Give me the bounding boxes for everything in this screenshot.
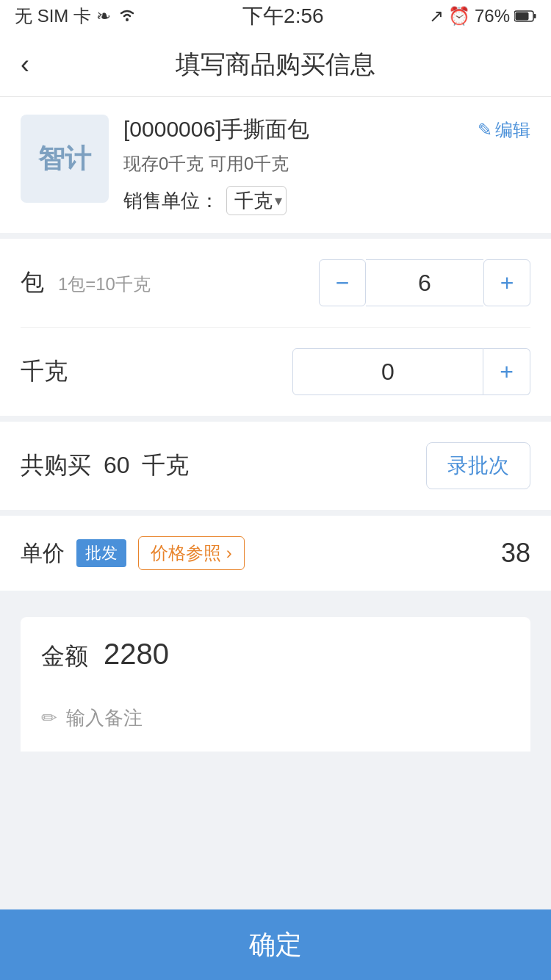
svg-rect-3 <box>516 12 529 21</box>
pencil-icon: ✏ <box>41 707 57 729</box>
svg-rect-2 <box>534 14 536 18</box>
remark-placeholder: 输入备注 <box>66 705 143 731</box>
remark-row[interactable]: ✏ 输入备注 <box>21 693 530 752</box>
status-left: 无 SIM 卡 ❧ <box>15 4 137 28</box>
location-icon: ↗ <box>429 6 444 26</box>
amount-section: 金额 2280 ✏ 输入备注 <box>0 597 551 752</box>
confirm-bar[interactable]: 确定 <box>0 909 551 980</box>
total-row: 共购买 60 千克 录批次 <box>0 416 551 510</box>
status-right: ↗ ⏰ 76% <box>429 6 536 26</box>
price-value: 38 <box>501 538 530 569</box>
amount-row: 金额 2280 <box>21 617 530 693</box>
form-row-bao: 包 1包=10千克 − + <box>21 239 530 328</box>
increment-kg-button[interactable]: + <box>483 348 530 395</box>
product-thumb-logo: 智计 <box>38 141 91 177</box>
price-reference-button[interactable]: 价格参照 › <box>138 536 245 570</box>
page-title: 填写商品购买信息 <box>176 48 375 82</box>
form-label-bao: 包 1包=10千克 <box>21 267 151 299</box>
increment-bao-button[interactable]: + <box>483 259 530 306</box>
product-info: [0000006]手撕面包 ✎ 编辑 现存0千克 可用0千克 销售单位： 千克 <box>123 115 530 215</box>
bao-input[interactable] <box>366 259 483 306</box>
sim-status: 无 SIM 卡 ❧ <box>15 4 111 28</box>
back-button[interactable]: ‹ <box>21 49 29 80</box>
wifi-icon <box>117 6 137 26</box>
price-section: 单价 批发 价格参照 › 38 <box>0 516 551 597</box>
stepper-kg: + <box>292 348 530 395</box>
price-badge: 批发 <box>76 539 126 567</box>
product-stock: 现存0千克 可用0千克 <box>123 152 530 176</box>
total-text: 共购买 60 千克 <box>21 450 189 482</box>
batch-button[interactable]: 录批次 <box>426 442 530 489</box>
battery-percent: 76% <box>475 6 510 26</box>
unit-select[interactable]: 千克 <box>226 186 287 215</box>
edit-icon: ✎ <box>478 120 492 140</box>
decrement-bao-button[interactable]: − <box>319 259 366 306</box>
form-label-kg: 千克 <box>21 356 68 388</box>
product-card: 智计 [0000006]手撕面包 ✎ 编辑 现存0千克 可用0千克 销售单位： … <box>0 97 551 239</box>
edit-button[interactable]: ✎ 编辑 <box>478 118 530 142</box>
form-row-kg: 千克 + <box>21 328 530 416</box>
kg-input[interactable] <box>292 348 483 395</box>
battery-icon <box>514 6 536 26</box>
form-section: 包 1包=10千克 − + 千克 + <box>0 239 551 416</box>
confirm-button[interactable]: 确定 <box>249 927 302 963</box>
status-bar: 无 SIM 卡 ❧ 下午2:56 ↗ ⏰ 76% <box>0 0 551 32</box>
product-thumbnail: 智计 <box>21 115 109 203</box>
product-name: [0000006]手撕面包 <box>123 115 309 145</box>
price-label: 单价 <box>21 538 65 569</box>
nav-bar: ‹ 填写商品购买信息 <box>0 32 551 97</box>
unit-select-wrap[interactable]: 千克 <box>226 186 287 215</box>
svg-point-0 <box>126 18 129 21</box>
stepper-bao: − + <box>319 259 530 306</box>
product-unit-row: 销售单位： 千克 <box>123 186 530 215</box>
unit-label: 销售单位： <box>123 188 219 214</box>
alarm-icon: ⏰ <box>448 6 470 26</box>
status-time: 下午2:56 <box>242 2 324 30</box>
